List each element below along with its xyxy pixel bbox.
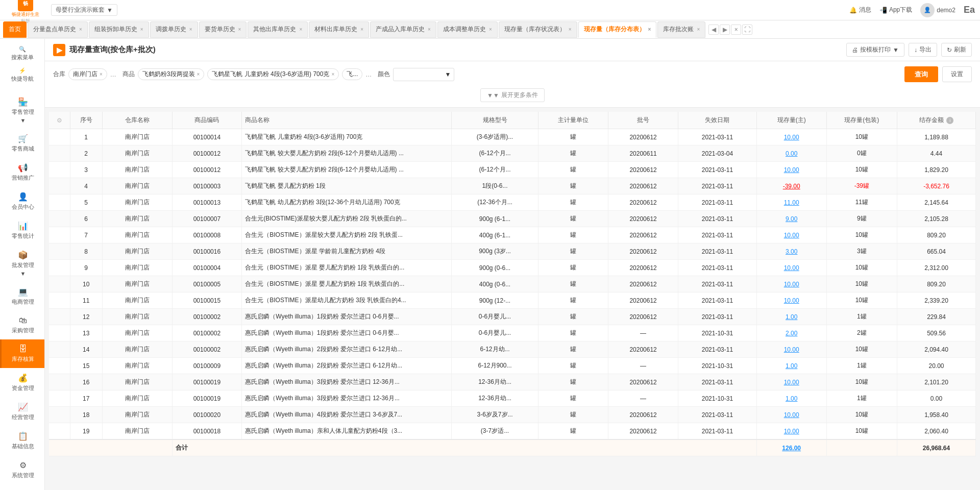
tab-yao-huo[interactable]: 要货单历史 ×	[199, 21, 247, 38]
messages-btn[interactable]: 🔔 消息	[849, 6, 871, 14]
tab-close-inventory-dist[interactable]: ×	[648, 27, 651, 32]
export-btn[interactable]: ↓ 导出	[909, 43, 937, 57]
account-selector[interactable]: 母婴行业演示账套 ▼	[51, 4, 117, 16]
setting-btn[interactable]: 设置	[942, 66, 972, 82]
sidebar-item-marketing[interactable]: 📢 营销推广	[0, 158, 44, 187]
row-qty-main-13[interactable]: 10.00	[756, 341, 826, 358]
warehouse-tag[interactable]: 南岸门店 ×	[68, 68, 107, 80]
tab-product-in[interactable]: 产成品入库单历史 ×	[370, 21, 436, 38]
sidebar-item-ecommerce[interactable]: 💻 电商管理	[0, 282, 44, 311]
tab-inventory-status[interactable]: 现存量（库存状况表） ×	[499, 21, 577, 38]
row-unit-5: 罐	[538, 211, 608, 227]
balance-info-icon[interactable]: i	[946, 117, 953, 124]
tab-close-other-out[interactable]: ×	[299, 27, 302, 32]
sidebar-item-member[interactable]: 👤 会员中心	[0, 187, 44, 216]
row-check-18	[49, 423, 70, 440]
tab-batch-account[interactable]: 库存批次账 ×	[657, 21, 705, 38]
tab-fen-pan[interactable]: 分量盘点单历史 ×	[28, 21, 88, 38]
sidebar-item-basic[interactable]: 📋 基础信息	[0, 426, 44, 455]
goods-tag-1-close[interactable]: ×	[197, 71, 200, 77]
row-qty-main-4[interactable]: 11.00	[756, 194, 826, 211]
goods-tag-2-close[interactable]: ×	[331, 71, 334, 77]
sidebar-item-purchase[interactable]: 🛍 采购管理	[0, 311, 44, 339]
goods-tag-more[interactable]: 飞...	[342, 68, 362, 80]
sidebar-item-system[interactable]: ⚙ 系统管理	[0, 455, 44, 484]
goods-more[interactable]: …	[365, 71, 372, 78]
tab-prev-btn[interactable]: ◀	[708, 24, 719, 35]
sidebar-item-inventory[interactable]: 🗄 库存核算	[0, 339, 44, 368]
sidebar-item-wholesale[interactable]: 📦 批发管理 ▼	[0, 245, 44, 282]
query-btn[interactable]: 查询	[904, 66, 938, 82]
sidebar-item-operation[interactable]: 📈 经营管理	[0, 397, 44, 426]
tab-inventory-dist[interactable]: 现存量（库存分布表） ×	[578, 21, 657, 38]
row-qty-main-15[interactable]: 10.00	[756, 374, 826, 390]
sidebar-item-enterprise[interactable]: 🤝 企业协同	[0, 484, 44, 490]
warehouse-tag-close[interactable]: ×	[100, 71, 103, 77]
row-qty-main-17[interactable]: 10.00	[756, 407, 826, 423]
row-qty-main-0[interactable]: 10.00	[756, 129, 826, 145]
row-qty-main-5[interactable]: 9.00	[756, 211, 826, 227]
tab-home[interactable]: 首页	[3, 21, 27, 38]
print-btn[interactable]: 🖨 按模板打印 ▼	[846, 43, 904, 57]
tab-close-yao-huo[interactable]: ×	[238, 27, 241, 32]
sidebar-item-finance[interactable]: 💰 资金管理	[0, 368, 44, 397]
row-qty-main-11[interactable]: 1.00	[756, 309, 826, 325]
tab-close-product-in[interactable]: ×	[428, 27, 431, 32]
sidebar-search-menu[interactable]: 🔍 搜索菜单	[2, 43, 42, 64]
tab-next-btn[interactable]: ▶	[720, 24, 730, 35]
sidebar-item-retail-store[interactable]: 🛒 零售商城	[0, 129, 44, 158]
tab-close-cost-adj[interactable]: ×	[489, 27, 492, 32]
tab-diao-bo[interactable]: 调拨单历史 ×	[150, 21, 198, 38]
row-qty-main-2[interactable]: 10.00	[756, 162, 826, 178]
tab-fullscreen-btn[interactable]: ⛶	[742, 24, 752, 35]
row-warehouse-18: 南岸门店	[102, 423, 172, 440]
row-qty-main-7[interactable]: 3.00	[756, 243, 826, 260]
sidebar-quick-nav[interactable]: ⚡ 快捷导航	[2, 64, 42, 86]
row-qty-main-18[interactable]: 10.00	[756, 423, 826, 440]
app-download-btn[interactable]: 📲 App下载	[879, 6, 912, 14]
table-row: 6 南岸门店 00100007 合生元(BIOSTIME)派星较大婴儿配方奶粉 …	[49, 211, 976, 227]
tab-close-diao-bo[interactable]: ×	[189, 27, 192, 32]
row-balance-10: 2,339.20	[897, 292, 976, 309]
tab-close-material-out[interactable]: ×	[360, 27, 363, 32]
row-qty-main-3[interactable]: -39.00	[756, 178, 826, 194]
tab-close-all-btn[interactable]: ×	[731, 24, 741, 35]
refresh-btn[interactable]: ↻ 刷新	[941, 43, 972, 57]
color-input[interactable]: ▼	[393, 68, 454, 81]
tab-material-out[interactable]: 材料出库单历史 ×	[309, 21, 369, 38]
tab-close-zu-chai[interactable]: ×	[140, 27, 143, 32]
sidebar-item-retail-mgmt[interactable]: 🏪 零售管理 ▼	[0, 92, 44, 129]
row-unit-18: 罐	[538, 423, 608, 440]
footer-qty-total[interactable]: 126.00	[756, 439, 826, 456]
row-name-1: 飞鹤星飞帆 较大婴儿配方奶粉 2段(6-12个月婴幼儿适用) ...	[242, 145, 451, 162]
tab-other-out[interactable]: 其他出库单历史 ×	[248, 21, 308, 38]
row-qty-main-14[interactable]: 1.00	[756, 358, 826, 374]
row-qty-main-10[interactable]: 10.00	[756, 292, 826, 309]
tab-close-inventory-status[interactable]: ×	[569, 27, 572, 32]
goods-tag-2[interactable]: 飞鹤星飞帆 儿童奶粉 4段(3-6岁适用) 700克 ×	[207, 68, 339, 80]
row-qty-main-9[interactable]: 10.00	[756, 276, 826, 292]
sidebar-toggle-btn[interactable]: ▶	[53, 44, 65, 56]
tab-close-batch-account[interactable]: ×	[697, 27, 700, 32]
sidebar-item-retail-stats[interactable]: 📊 零售统计	[0, 216, 44, 245]
row-check-0	[49, 129, 70, 145]
tab-cost-adj[interactable]: 成本调整单历史 ×	[437, 21, 498, 38]
row-spec-17: 3-6岁及7岁...	[451, 407, 538, 423]
gear-settings-icon[interactable]: ⚙	[57, 117, 62, 124]
row-qty-main-16[interactable]: 1.00	[756, 390, 826, 407]
row-qty-main-12[interactable]: 2.00	[756, 325, 826, 341]
tab-close-fen-pan[interactable]: ×	[79, 27, 82, 32]
th-no: 序号	[70, 112, 102, 129]
row-qty-main-1[interactable]: 0.00	[756, 145, 826, 162]
tab-zu-chai[interactable]: 组装拆卸单历史 ×	[89, 21, 149, 38]
row-qty-main-6[interactable]: 10.00	[756, 227, 826, 243]
row-warehouse-1: 南岸门店	[102, 145, 172, 162]
logo-text: 畅捷通好生意	[12, 11, 39, 18]
row-no-17: 18	[70, 407, 102, 423]
expand-btn[interactable]: ▼▼ 展开更多条件	[480, 88, 545, 102]
user-avatar[interactable]: 👤 demo2	[920, 3, 955, 17]
warehouse-more[interactable]: …	[110, 71, 116, 78]
row-batch-1: 20200611	[608, 145, 678, 162]
row-qty-main-8[interactable]: 10.00	[756, 260, 826, 276]
goods-tag-1[interactable]: 飞鹤奶粉3段两提装 ×	[138, 68, 205, 80]
